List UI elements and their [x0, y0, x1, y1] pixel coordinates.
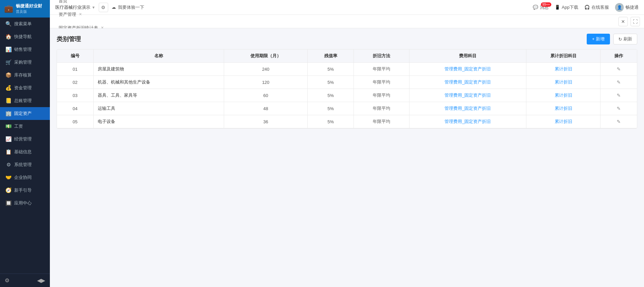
sidebar-item-label: 应用中心: [14, 200, 32, 206]
sidebar-item-label: 总账管理: [14, 98, 32, 104]
column-header: 操作: [601, 50, 637, 63]
main-area: 医疗器械行业演示 ▼ ⚙ ☁ 我要体验一下 💬 消息 99+ 📱 App下载: [50, 0, 644, 287]
table-row: 04 运输工具 48 5% 年限平均 管理费用_固定资产折旧 累计折旧 ✎: [57, 102, 637, 115]
row-method: 年限平均: [354, 63, 409, 76]
table-row: 03 器具、工具、家具等 60 5% 年限平均 管理费用_固定资产折旧 累计折旧…: [57, 89, 637, 102]
app-download-label: App下载: [562, 4, 578, 10]
row-method: 年限平均: [354, 89, 409, 102]
sidebar-item-ledger[interactable]: 📒总账管理: [0, 94, 50, 107]
message-button[interactable]: 💬 消息 99+: [533, 4, 549, 10]
row-id: 05: [57, 115, 93, 128]
row-name: 运输工具: [93, 102, 224, 115]
sidebar-item-label: 经营管理: [14, 136, 32, 142]
sidebar-item-purchase[interactable]: 🛒采购管理: [0, 56, 50, 69]
edit-icon[interactable]: ✎: [617, 119, 621, 124]
funds-icon: 💰: [5, 85, 11, 91]
topbar-right: 💬 消息 99+ 📱 App下载 🎧 在线客服 👤 畅捷通: [533, 3, 639, 12]
row-id: 04: [57, 102, 93, 115]
tab-close-icon[interactable]: ✕: [78, 12, 83, 17]
operations-icon: 📈: [5, 136, 11, 142]
sidebar-item-sales[interactable]: 📊销售管理: [0, 43, 50, 56]
sidebar-item-inventory[interactable]: 📦库存核算: [0, 69, 50, 82]
sidebar-item-label: 资金管理: [14, 85, 32, 91]
row-id: 02: [57, 76, 93, 89]
sidebar-item-search[interactable]: 🔍搜索菜单: [0, 18, 50, 30]
table-row: 01 房屋及建筑物 240 5% 年限平均 管理费用_固定资产折旧 累计折旧 ✎: [57, 63, 637, 76]
tab-label: 资产管理: [59, 11, 76, 18]
sidebar-item-app_center[interactable]: 🔲应用中心: [0, 197, 50, 210]
row-residual: 5%: [308, 89, 354, 102]
user-profile[interactable]: 👤 畅捷通: [615, 3, 639, 12]
row-accum-subject: 累计折旧: [526, 63, 600, 76]
app_center-icon: 🔲: [5, 200, 11, 206]
page-title: 类别管理: [57, 35, 81, 43]
sidebar-item-payroll[interactable]: 💵工资: [0, 120, 50, 133]
tabbar: 首页资产管理✕固定资产折旧统计表✕资产类型✕ ✕ ⛶: [50, 15, 644, 28]
app-logo-icon: 💼: [4, 4, 13, 13]
tab-home[interactable]: 首页: [54, 0, 109, 8]
sidebar-nav: 🔍搜索菜单🏠快捷导航📊销售管理🛒采购管理📦库存核算💰资金管理📒总账管理🏢固定资产…: [0, 18, 50, 210]
ledger-icon: 📒: [5, 98, 11, 104]
sidebar-item-label: 库存核算: [14, 72, 32, 78]
online-service-button[interactable]: 🎧 在线客服: [584, 4, 609, 10]
row-actions: ✎: [601, 76, 637, 89]
column-header: 费用科目: [409, 50, 526, 63]
maximize-button[interactable]: ⛶: [631, 17, 640, 26]
sidebar-item-enterprise[interactable]: 🤝企业协同: [0, 171, 50, 184]
row-residual: 5%: [308, 63, 354, 76]
inventory-icon: 📦: [5, 72, 11, 78]
sidebar-item-fixed_assets[interactable]: 🏢固定资产: [0, 107, 50, 120]
online-service-label: 在线客服: [591, 4, 609, 10]
sidebar: 💼 畅捷通好业财 普及版 🔍搜索菜单🏠快捷导航📊销售管理🛒采购管理📦库存核算💰资…: [0, 0, 50, 287]
tabbar-controls: ✕ ⛶: [618, 17, 640, 26]
tab-label: 首页: [59, 0, 67, 4]
row-method: 年限平均: [354, 102, 409, 115]
user-name: 畅捷通: [625, 4, 639, 10]
column-header: 累计折旧科目: [526, 50, 600, 63]
fixed_assets-icon: 🏢: [5, 110, 11, 117]
system-icon: ⚙: [5, 162, 11, 168]
row-actions: ✎: [601, 102, 637, 115]
enterprise-icon: 🤝: [5, 174, 11, 181]
column-header: 名称: [93, 50, 224, 63]
row-id: 01: [57, 63, 93, 76]
row-name: 电子设备: [93, 115, 224, 128]
refresh-button[interactable]: ↻ 刷新: [613, 34, 637, 44]
sidebar-item-quick_nav[interactable]: 🏠快捷导航: [0, 30, 50, 43]
column-header: 折旧方法: [354, 50, 409, 63]
edit-icon[interactable]: ✎: [617, 79, 621, 85]
sidebar-item-funds[interactable]: 💰资金管理: [0, 82, 50, 94]
close-tab-button[interactable]: ✕: [618, 17, 628, 26]
experience-button[interactable]: ☁ 我要体验一下: [112, 4, 144, 10]
page-content: 类别管理 + 新增 ↻ 刷新 编号名称使用期限（月）残值率折旧方法费用科目累计折…: [50, 28, 644, 287]
sidebar-item-guide[interactable]: 🧭新手引导: [0, 184, 50, 197]
edit-icon[interactable]: ✎: [617, 93, 621, 98]
row-expense-subject: 管理费用_固定资产折旧: [409, 89, 526, 102]
new-button[interactable]: + 新增: [587, 34, 610, 44]
mobile-icon: 📱: [555, 5, 560, 10]
sidebar-item-label: 企业协同: [14, 174, 32, 181]
sidebar-item-label: 基础信息: [14, 149, 32, 155]
table-row: 05 电子设备 36 5% 年限平均 管理费用_固定资产折旧 累计折旧 ✎: [57, 115, 637, 128]
row-accum-subject: 累计折旧: [526, 115, 600, 128]
edit-icon[interactable]: ✎: [617, 66, 621, 72]
sidebar-item-operations[interactable]: 📈经营管理: [0, 133, 50, 146]
sidebar-item-system[interactable]: ⚙系统管理: [0, 158, 50, 171]
sidebar-footer: ⚙ ◀▶: [0, 274, 50, 287]
row-expense-subject: 管理费用_固定资产折旧: [409, 63, 526, 76]
sidebar-item-basic_info[interactable]: 📋基础信息: [0, 146, 50, 158]
table-row: 02 机器、机械和其他生产设备 120 5% 年限平均 管理费用_固定资产折旧 …: [57, 76, 637, 89]
topbar-left: 医疗器械行业演示 ▼ ⚙ ☁ 我要体验一下: [55, 3, 529, 12]
edit-icon[interactable]: ✎: [617, 106, 621, 111]
header-actions: + 新增 ↻ 刷新: [587, 34, 637, 44]
collapse-icon[interactable]: ◀▶: [37, 277, 45, 284]
search-icon: 🔍: [5, 21, 11, 27]
row-actions: ✎: [601, 89, 637, 102]
row-period: 60: [224, 89, 307, 102]
tab-asset_manage[interactable]: 资产管理✕: [54, 8, 109, 22]
row-accum-subject: 累计折旧: [526, 89, 600, 102]
app-download-button[interactable]: 📱 App下载: [555, 4, 578, 10]
column-header: 使用期限（月）: [224, 50, 307, 63]
user-icon: 👤: [617, 5, 622, 10]
settings-icon[interactable]: ⚙: [5, 277, 9, 284]
